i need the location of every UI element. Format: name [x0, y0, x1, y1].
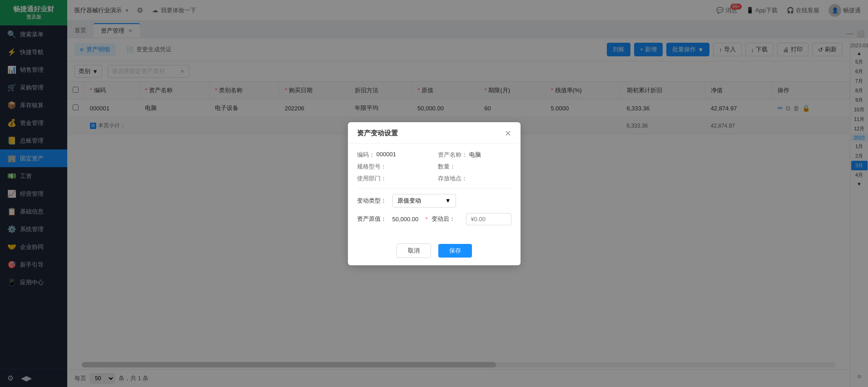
modal-body: 编码： 000001 资产名称： 电脑 规格型号： 数量： 使用部门：: [348, 144, 521, 238]
cancel-button[interactable]: 取消: [397, 243, 431, 258]
modal-code-label: 编码：: [357, 151, 375, 159]
modal-after-input[interactable]: [466, 213, 511, 225]
modal-overlay: 资产变动设置 ✕ 编码： 000001 资产名称： 电脑 规格型号： 数量：: [0, 0, 868, 387]
modal-code-field: 编码： 000001: [357, 151, 431, 159]
modal-header: 资产变动设置 ✕: [348, 122, 521, 144]
modal-footer: 取消 保存: [348, 238, 521, 265]
asset-change-modal: 资产变动设置 ✕ 编码： 000001 资产名称： 电脑 规格型号： 数量：: [348, 122, 521, 265]
modal-after-container: * 变动后：: [425, 213, 511, 225]
modal-storage-label: 存放地点：: [438, 174, 467, 183]
modal-quantity-label: 数量：: [438, 163, 456, 171]
modal-change-type-row: 变动类型： 原值变动 ▼: [357, 194, 511, 208]
save-button[interactable]: 保存: [438, 244, 472, 258]
modal-department-label: 使用部门：: [357, 174, 387, 183]
modal-close-button[interactable]: ✕: [505, 129, 511, 139]
cancel-label: 取消: [408, 247, 420, 254]
modal-asset-name-field: 资产名称： 电脑: [438, 151, 511, 159]
modal-change-type-select[interactable]: 原值变动 ▼: [392, 194, 456, 208]
modal-after-label: 变动后：: [432, 215, 463, 223]
modal-original-value-label: 资产原值：: [357, 215, 389, 223]
modal-original-value: 50,000.00: [392, 216, 419, 223]
modal-asset-name-label: 资产名称：: [438, 151, 467, 159]
modal-storage-field: 存放地点：: [438, 174, 511, 183]
modal-original-value-row: 资产原值： 50,000.00 * 变动后：: [357, 213, 511, 225]
modal-info-grid: 编码： 000001 资产名称： 电脑 规格型号： 数量： 使用部门：: [357, 151, 511, 183]
modal-quantity-field: 数量：: [438, 163, 511, 171]
modal-spec-field: 规格型号：: [357, 163, 431, 171]
save-label: 保存: [449, 247, 461, 254]
modal-code-value: 000001: [377, 151, 396, 159]
modal-divider: [357, 188, 511, 189]
modal-spec-label: 规格型号：: [357, 163, 387, 171]
modal-department-field: 使用部门：: [357, 174, 431, 183]
modal-change-type-value: 原值变动: [397, 197, 421, 205]
modal-change-type-arrow-icon: ▼: [445, 197, 451, 204]
modal-title: 资产变动设置: [357, 129, 398, 138]
modal-asset-name-value: 电脑: [469, 151, 481, 159]
required-star: *: [425, 216, 427, 223]
modal-change-type-label: 变动类型：: [357, 197, 389, 205]
